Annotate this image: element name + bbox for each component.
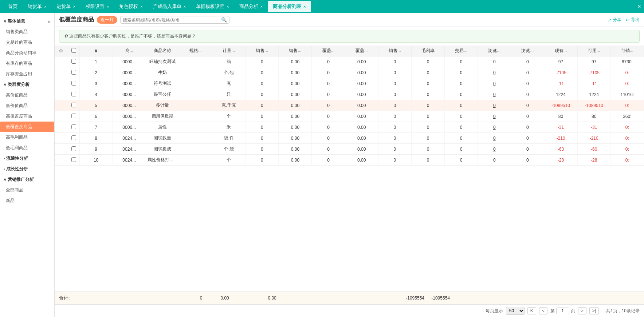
table-cell: 0024...: [113, 144, 146, 155]
table-cell: 0: [445, 67, 478, 78]
table-cell: -11: [544, 78, 577, 89]
sidebar-section-growth[interactable]: › 成长性分析: [0, 164, 54, 174]
table-cell: 米: [212, 122, 246, 133]
table-cell[interactable]: 0: [478, 122, 511, 133]
row-checkbox[interactable]: [71, 103, 76, 107]
sidebar-section-flow[interactable]: › 流通性分析: [0, 153, 54, 164]
search-icon[interactable]: 🔍: [221, 17, 227, 23]
nav-tab-permissions[interactable]: 权限设置 ×: [80, 1, 114, 12]
close-roles-tab[interactable]: ×: [140, 4, 142, 9]
table-cell: 0.00: [345, 133, 378, 144]
sidebar-section-marketing[interactable]: ∨ 营销推广分析: [0, 174, 54, 185]
table-row: 60000...启用保质期个00.0000.00000008080360:: [55, 111, 644, 122]
sidebar-collapse-btn[interactable]: «: [48, 19, 51, 24]
sidebar-item-new-goods[interactable]: 新品: [0, 195, 54, 206]
sidebar-item-high-value[interactable]: 高价值商品: [0, 90, 54, 100]
prev-page-btn[interactable]: <: [539, 307, 547, 314]
row-checkbox[interactable]: [71, 124, 76, 129]
sidebar-item-category-rate[interactable]: 商品分类动销率: [0, 48, 54, 58]
table-cell[interactable]: 0: [478, 78, 511, 89]
close-products-tab[interactable]: ×: [184, 4, 186, 9]
per-page-select[interactable]: 50 100 200: [506, 307, 525, 315]
close-analysis-tab[interactable]: ×: [260, 4, 263, 9]
footer-current: -1095554: [402, 294, 428, 302]
sidebar-item-low-coverage[interactable]: 低覆盖度商品: [0, 122, 54, 132]
th-sales-qty: 销售...: [246, 45, 279, 56]
share-button[interactable]: ↗ 分享: [608, 17, 621, 23]
search-input[interactable]: [123, 17, 221, 23]
last-page-btn[interactable]: >|: [589, 307, 599, 314]
sidebar-item-high-margin[interactable]: 高毛利商品: [0, 132, 54, 143]
nav-tab-analysis-list[interactable]: 商品分析列表 ×: [268, 1, 311, 12]
settings-icon[interactable]: ⚙: [59, 48, 63, 54]
th-settings[interactable]: ⚙: [55, 45, 68, 56]
page-input[interactable]: [556, 308, 569, 314]
filter-recent-month[interactable]: 近一月: [97, 16, 117, 24]
table-cell: 0.00: [279, 155, 312, 166]
table-cell[interactable]: 0: [478, 67, 511, 78]
footer-browse1: [355, 294, 379, 302]
arrow-overall: ∨: [4, 19, 6, 23]
table-cell: 4: [79, 89, 113, 100]
table-cell: -28: [577, 155, 610, 166]
sidebar-item-all-goods[interactable]: 全部商品: [0, 185, 54, 195]
sidebar-item-sales-goods[interactable]: 销售类商品: [0, 27, 54, 37]
first-page-btn[interactable]: K: [527, 307, 536, 314]
table-cell: 个,袋: [212, 144, 246, 155]
sidebar-item-stock-goods[interactable]: 有库存的商品: [0, 58, 54, 69]
row-checkbox[interactable]: [71, 146, 76, 151]
nav-tab-templates[interactable]: 单据模板设置 ×: [191, 1, 234, 12]
sidebar-section-overall[interactable]: ∨ 整体信息 «: [0, 16, 54, 27]
row-checkbox[interactable]: [71, 81, 76, 86]
next-page-btn[interactable]: >: [578, 307, 586, 314]
table-cell: 箱: [212, 56, 246, 67]
table-row: 80024...测试数量袋,件00.0000.0000000-210-2100:: [55, 133, 644, 144]
close-sales-tab[interactable]: ×: [44, 4, 46, 9]
table-cell[interactable]: 0: [478, 56, 511, 67]
sidebar-item-traded-goods[interactable]: 交易过的商品: [0, 37, 54, 48]
close-templates-tab[interactable]: ×: [227, 4, 229, 9]
sidebar-item-low-value[interactable]: 低价值商品: [0, 100, 54, 111]
table-cell[interactable]: 0: [478, 155, 511, 166]
row-checkbox[interactable]: [71, 114, 76, 118]
row-checkbox[interactable]: [71, 70, 76, 75]
sidebar-section-value[interactable]: ∨ 类群度分析: [0, 79, 54, 90]
row-checkbox[interactable]: [71, 135, 76, 140]
table-cell: [179, 100, 212, 111]
table-cell: 0.00: [279, 133, 312, 144]
nav-tab-home[interactable]: 首页: [3, 1, 23, 12]
table-cell[interactable]: 0: [478, 133, 511, 144]
nav-tab-products[interactable]: 产成品入库单 ×: [148, 1, 191, 12]
table-cell: 11016:: [610, 89, 644, 100]
table-cell: 5: [79, 100, 113, 111]
table-cell: 0: [246, 56, 279, 67]
table-cell[interactable]: 0: [478, 89, 511, 100]
table-row: 10000...旺铺批次测试箱00.0000.000000097978730:: [55, 56, 644, 67]
nav-tab-analysis[interactable]: 商品分析 ×: [234, 1, 268, 12]
table-cell: [68, 78, 79, 89]
row-checkbox[interactable]: [71, 92, 76, 96]
table-cell[interactable]: 0: [478, 144, 511, 155]
table-cell: 0: [511, 111, 544, 122]
close-analysis-list-tab[interactable]: ×: [303, 4, 306, 9]
table-header-row: ⚙ # 商... 商品名称 规格... 计量... 销售... 销售... 覆盖…: [55, 45, 644, 56]
sidebar-item-high-coverage[interactable]: 高覆盖度商品: [0, 111, 54, 122]
table-cell: 9: [79, 144, 113, 155]
table-cell[interactable]: 0: [478, 111, 511, 122]
content-area: 低覆盖度商品 近一月 🔍 ↗ 分享 ↩ 导出 ✿ 这些商品只有很少客户购买过，是…: [55, 13, 644, 317]
row-checkbox[interactable]: [71, 157, 76, 162]
nav-tab-purchase[interactable]: 进货单 ×: [51, 1, 80, 12]
sidebar-item-stock-capital[interactable]: 库存资金占用: [0, 69, 54, 79]
row-checkbox[interactable]: [71, 59, 76, 64]
close-purchase-tab[interactable]: ×: [73, 4, 75, 9]
table-cell[interactable]: 0: [478, 100, 511, 111]
close-all-tabs[interactable]: ×: [637, 3, 641, 11]
table-body: 10000...旺铺批次测试箱00.0000.000000097978730:2…: [55, 56, 644, 166]
select-all-checkbox[interactable]: [71, 48, 76, 53]
export-button[interactable]: ↩ 导出: [626, 17, 640, 23]
close-permissions-tab[interactable]: ×: [107, 4, 109, 9]
nav-tab-sales[interactable]: 销货单 ×: [23, 1, 51, 12]
sidebar-item-low-margin[interactable]: 低毛利商品: [0, 143, 54, 153]
table-cell: 0: [378, 89, 411, 100]
nav-tab-roles[interactable]: 角色授权 ×: [114, 1, 148, 12]
